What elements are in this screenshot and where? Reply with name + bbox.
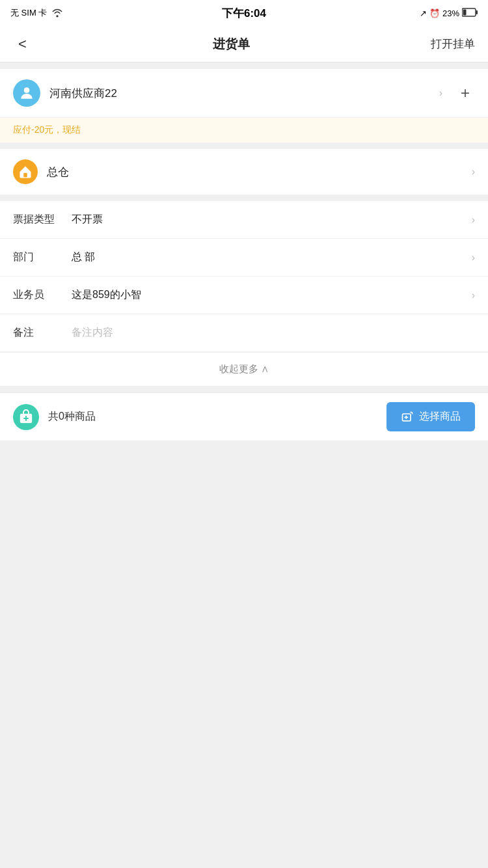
warning-row: 应付-20元，现结: [0, 118, 488, 142]
warning-text: 应付-20元，现结: [13, 124, 81, 135]
remark-row[interactable]: 备注 备注内容: [0, 314, 488, 351]
supplier-add-button[interactable]: +: [455, 81, 475, 105]
svg-point-3: [24, 87, 30, 93]
invoice-type-chevron-icon: ›: [472, 214, 475, 226]
open-pending-button[interactable]: 打开挂单: [431, 36, 475, 51]
location-icon: ↗: [420, 8, 427, 18]
warehouse-icon: [13, 159, 38, 184]
svg-rect-2: [463, 9, 467, 15]
select-product-label: 选择商品: [419, 410, 461, 424]
supplier-avatar: [13, 79, 40, 107]
supplier-name: 河南供应商22: [49, 86, 439, 101]
page-title: 进货单: [213, 36, 250, 53]
status-right: ↗ ⏰ 23%: [420, 8, 478, 19]
status-time: 下午6:04: [222, 6, 266, 21]
section-gap-1: [0, 62, 488, 69]
back-button[interactable]: <: [13, 31, 32, 58]
department-label: 部门: [13, 251, 72, 264]
supplier-chevron-icon: ›: [439, 87, 442, 99]
supplier-card: 河南供应商22 › + 应付-20元，现结: [0, 69, 488, 142]
product-icon: [13, 404, 39, 430]
invoice-type-label: 票据类型: [13, 213, 72, 226]
department-row[interactable]: 部门 总 部 ›: [0, 239, 488, 277]
battery-text: 23%: [442, 8, 459, 18]
carrier-text: 无 SIM 卡: [10, 7, 47, 19]
invoice-type-row[interactable]: 票据类型 不开票 ›: [0, 201, 488, 239]
collapse-label: 收起更多 ∧: [219, 363, 269, 375]
svg-rect-4: [23, 173, 27, 177]
supplier-row[interactable]: 河南供应商22 › +: [0, 69, 488, 118]
department-value: 总 部: [72, 251, 472, 264]
warehouse-card: 总仓 ›: [0, 149, 488, 195]
section-gap-2: [0, 142, 488, 149]
product-count-text: 共0种商品: [48, 410, 386, 424]
department-chevron-icon: ›: [472, 252, 475, 264]
invoice-type-value: 不开票: [72, 213, 472, 226]
status-left: 无 SIM 卡: [10, 7, 64, 20]
select-product-button[interactable]: 选择商品: [386, 402, 475, 431]
remark-value[interactable]: 备注内容: [72, 326, 475, 340]
page-background: [0, 441, 488, 636]
remark-label: 备注: [13, 326, 72, 340]
bottom-bar: 共0种商品 选择商品: [0, 392, 488, 441]
salesperson-row[interactable]: 业务员 这是859的小智 ›: [0, 277, 488, 314]
wifi-icon: [51, 7, 64, 20]
warehouse-chevron-icon: ›: [472, 166, 475, 178]
warehouse-row[interactable]: 总仓 ›: [0, 149, 488, 195]
svg-rect-1: [476, 10, 478, 14]
status-bar: 无 SIM 卡 下午6:04 ↗ ⏰ 23%: [0, 0, 488, 26]
nav-bar: < 进货单 打开挂单: [0, 26, 488, 62]
salesperson-value: 这是859的小智: [72, 288, 472, 302]
alarm-icon: ⏰: [429, 8, 440, 18]
salesperson-chevron-icon: ›: [472, 290, 475, 301]
collapse-row[interactable]: 收起更多 ∧: [0, 352, 488, 386]
warehouse-name: 总仓: [47, 165, 472, 180]
section-gap-3: [0, 195, 488, 201]
form-section: 票据类型 不开票 › 部门 总 部 › 业务员 这是859的小智 › 备注 备注…: [0, 201, 488, 351]
salesperson-label: 业务员: [13, 288, 72, 302]
battery-icon: [462, 8, 478, 19]
